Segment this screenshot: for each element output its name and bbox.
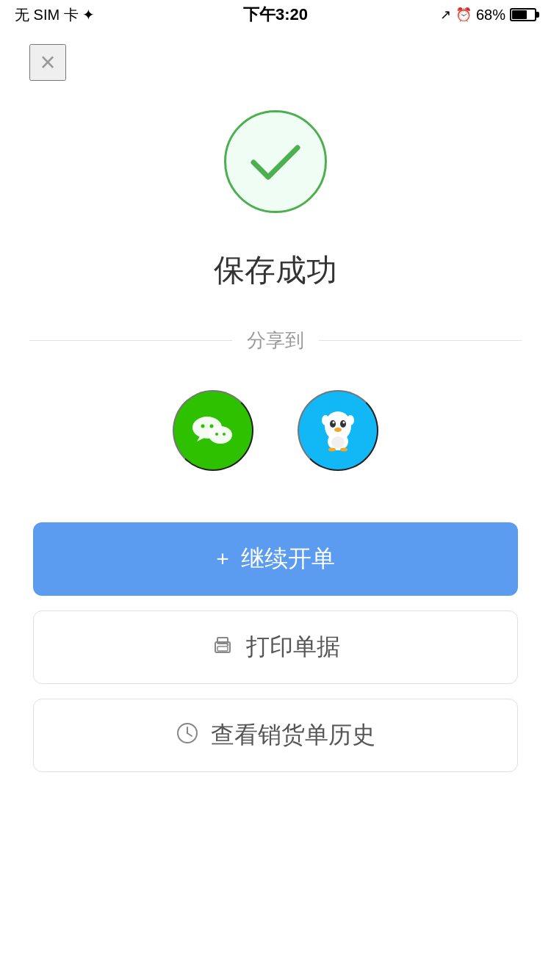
close-icon: × — [40, 49, 55, 76]
svg-line-24 — [187, 733, 192, 736]
svg-point-16 — [322, 415, 329, 425]
status-time: 下午3:20 — [243, 4, 308, 26]
print-label: 打印单据 — [246, 631, 340, 663]
svg-point-9 — [332, 421, 334, 423]
qq-icon — [314, 407, 362, 455]
svg-point-1 — [209, 426, 232, 444]
share-label: 分享到 — [232, 328, 319, 353]
success-circle — [224, 110, 327, 213]
plus-icon: + — [216, 547, 229, 572]
share-icons — [173, 390, 378, 471]
print-icon — [211, 633, 234, 662]
share-divider: 分享到 — [0, 328, 551, 353]
continue-label: 继续开单 — [241, 543, 335, 575]
svg-point-11 — [334, 428, 342, 432]
wechat-icon — [190, 407, 237, 455]
svg-point-15 — [340, 447, 347, 451]
status-left: 无 SIM 卡 ✦ — [15, 5, 95, 25]
svg-point-13 — [331, 436, 345, 448]
history-label: 查看销货单历史 — [211, 719, 375, 752]
history-button[interactable]: 查看销货单历史 — [33, 699, 518, 772]
location-icon: ↗ — [440, 7, 451, 23]
qq-share-button[interactable] — [298, 390, 378, 471]
status-right: ↗ ⏰ 68% — [440, 7, 536, 24]
continue-button[interactable]: + 继续开单 — [33, 522, 518, 596]
svg-point-5 — [223, 433, 226, 436]
clock-icon — [176, 721, 199, 750]
print-button[interactable]: 打印单据 — [33, 610, 518, 684]
battery-percent: 68% — [476, 7, 505, 24]
svg-point-2 — [201, 424, 204, 428]
svg-point-10 — [342, 421, 345, 423]
checkmark-icon — [250, 142, 301, 182]
main-content: × 保存成功 分享到 — [0, 29, 551, 816]
action-buttons: + 继续开单 打印单据 查看销货单历史 — [33, 522, 518, 772]
battery-icon — [510, 8, 536, 21]
svg-rect-20 — [217, 646, 228, 651]
svg-point-8 — [340, 420, 346, 428]
alarm-icon: ⏰ — [455, 7, 472, 23]
svg-point-4 — [215, 433, 218, 436]
svg-point-17 — [347, 415, 354, 425]
status-bar: 无 SIM 卡 ✦ 下午3:20 ↗ ⏰ 68% — [0, 0, 551, 29]
wechat-share-button[interactable] — [173, 390, 253, 471]
svg-point-21 — [227, 644, 229, 646]
close-button[interactable]: × — [29, 44, 66, 81]
sim-label: 无 SIM 卡 ✦ — [15, 5, 95, 25]
svg-point-3 — [209, 424, 213, 428]
svg-point-14 — [328, 447, 336, 451]
success-title: 保存成功 — [214, 250, 337, 291]
svg-point-7 — [330, 420, 336, 428]
